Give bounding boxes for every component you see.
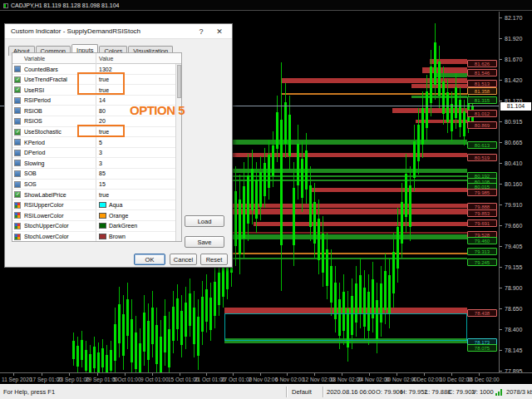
candle-body [446, 92, 449, 122]
candle-body [276, 112, 278, 149]
candle-body [81, 340, 83, 360]
param-row-sos[interactable]: SOS15 [12, 180, 181, 190]
color-swatch [99, 202, 106, 208]
param-row-stochlowercolor[interactable]: StochLowerColorBrown [12, 232, 181, 243]
param-row-dperiod[interactable]: DPeriod3 [12, 148, 181, 159]
annotation-box-usetrendfractal-usersi [77, 72, 125, 95]
int-type-icon [14, 150, 21, 156]
candle-body [243, 186, 245, 239]
zone-price-label: 81.315 [467, 96, 497, 104]
price-tick-label: 78.400 [505, 327, 522, 332]
price-tick-label: 80.160 [505, 181, 522, 187]
param-row-stochuppercolor[interactable]: StochUpperColorDarkGreen [12, 221, 181, 232]
time-tick-mark [451, 373, 452, 376]
annotation-option-label: OPTION 5 [130, 103, 185, 117]
candle-body [442, 81, 445, 114]
param-row-slowing[interactable]: Slowing3 [12, 158, 181, 169]
param-value: 5 [99, 140, 102, 145]
candle-body [218, 273, 220, 305]
candle-body [280, 120, 283, 245]
candle-body [176, 298, 179, 329]
table-scrollbar[interactable] [175, 64, 181, 241]
int-type-icon [14, 181, 21, 188]
time-tick-mark [42, 373, 42, 376]
zone-price-label: 79.853 [467, 209, 497, 217]
price-tick-mark [500, 246, 502, 247]
price-tick-label: 82.170 [505, 15, 522, 21]
time-tick-label: 2 Nov 02:00 [249, 377, 278, 382]
param-name: DPeriod [24, 150, 45, 155]
param-row-rsilowercolor[interactable]: RSILowerColorOrange [12, 210, 181, 221]
param-name: UseTrendFractal [24, 76, 67, 82]
status-volume: V: 1000 [472, 385, 494, 399]
status-open: O: 79.906 [376, 385, 403, 399]
param-value: 20 [99, 118, 106, 124]
zone-price-label: 78.438 [467, 309, 497, 317]
supply-demand-zone [224, 234, 467, 239]
time-tick-label: 6 Nov 02:00 [275, 377, 304, 382]
param-name: UseStochastic [24, 129, 62, 135]
supply-demand-zone [309, 188, 467, 192]
param-name: RSIOS [24, 118, 42, 124]
dialog-help-button[interactable]: ? [194, 24, 209, 39]
zone-price-label: 81.513 [467, 80, 497, 87]
zone-price-label: 79.313 [467, 248, 497, 255]
param-name: UseRSI [24, 87, 44, 93]
zone-price-label: 78.075 [467, 344, 497, 352]
chart-symbol-icon [3, 3, 8, 8]
param-value: Brown [109, 234, 126, 239]
price-tick-label: 81.920 [505, 36, 522, 42]
candle-body [135, 332, 137, 369]
price-scale[interactable]: 81.104 82.17081.92081.67081.42081.17080.… [499, 12, 532, 372]
candle-body [89, 354, 91, 372]
status-profile[interactable]: Default [292, 385, 312, 399]
candle-body [143, 313, 145, 352]
param-row-kperiod[interactable]: KPeriod5 [12, 137, 181, 148]
int-type-icon [14, 118, 21, 125]
param-row-sob[interactable]: SOB85 [12, 169, 181, 180]
ok-button[interactable]: OK [134, 254, 165, 265]
scrollbar-thumb[interactable] [177, 65, 181, 98]
candle-body [255, 180, 258, 219]
candle-body [259, 172, 262, 207]
time-tick-mark [369, 373, 370, 376]
candle-body [209, 298, 212, 330]
reset-button[interactable]: Reset [200, 254, 228, 265]
color-type-icon [14, 212, 21, 219]
candle-body [284, 102, 287, 144]
price-tick-label: 79.155 [505, 264, 522, 270]
candle-body [168, 329, 170, 367]
candle-body [268, 155, 270, 188]
price-tick-label: 79.660 [505, 223, 522, 229]
price-tick-mark [500, 350, 502, 351]
candle-body [185, 303, 187, 337]
int-type-icon [14, 97, 21, 104]
dialog-close-button[interactable]: ✕ [212, 24, 227, 39]
connection-status-icon [495, 389, 505, 396]
time-tick-label: 27 Oct 01:00 [221, 377, 252, 382]
price-tick-mark [500, 225, 502, 226]
time-tick-label: 4 Dec 02:00 [412, 377, 441, 382]
time-axis[interactable]: 11 Sep 202017 Sep 01:0023 Sep 01:0029 Se… [0, 372, 532, 384]
candle-body [126, 299, 129, 336]
status-bar: For Help, press F1 Default 2020.08.16 06… [0, 384, 532, 399]
candle-body [118, 304, 121, 343]
time-tick-mark [479, 373, 480, 376]
candle-body [463, 111, 466, 136]
candle-body [426, 91, 428, 128]
color-swatch [99, 213, 106, 219]
price-tick-mark [500, 371, 502, 372]
status-low: L: 79.888 [425, 385, 451, 399]
candle-body [131, 319, 133, 362]
candle-body [434, 42, 436, 85]
price-tick-mark [500, 121, 502, 122]
supply-demand-zone [224, 258, 467, 259]
candle-body [301, 159, 303, 198]
time-tick-mark [97, 373, 98, 376]
load-button[interactable]: Load [185, 215, 224, 227]
param-row-rsiuppercolor[interactable]: RSIUpperColorAqua [12, 200, 181, 211]
param-row-showlabelprice[interactable]: ShowLabelPricetrue [12, 190, 181, 200]
status-datetime: 2020.08.16 06:00 [327, 385, 375, 399]
cancel-button[interactable]: Cancel [170, 254, 197, 265]
save-button[interactable]: Save [185, 236, 224, 248]
